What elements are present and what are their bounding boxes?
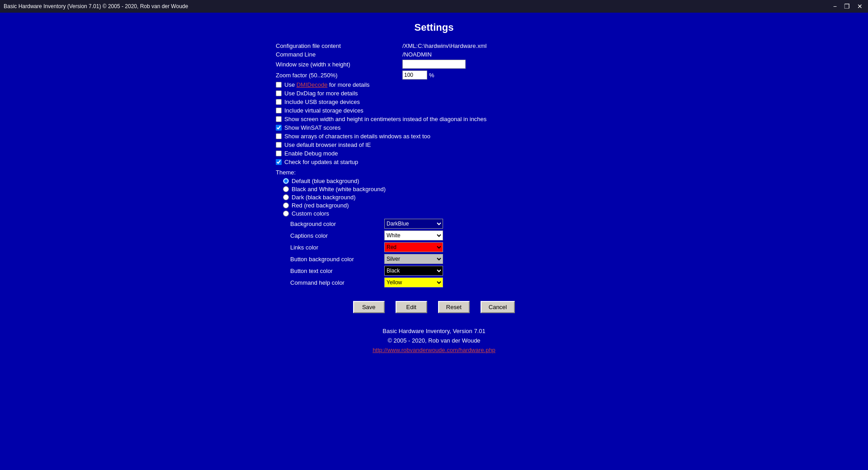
checkbox-browser-input[interactable] <box>276 142 282 148</box>
zoom-label: Zoom factor (50..250%) <box>276 72 402 79</box>
main-content: Settings Configuration file content /XML… <box>0 13 868 364</box>
radio-red: Red (red background) <box>283 202 592 209</box>
captions-color-label: Captions color <box>290 232 381 239</box>
checkbox-usb: Include USB storage devices <box>276 99 592 105</box>
config-file-row: Configuration file content /XML:C:\hardw… <box>276 42 592 49</box>
button-text-color-select[interactable]: Black White Red Yellow <box>384 266 443 276</box>
footer: Basic Hardware Inventory, Version 7.01 ©… <box>276 327 592 355</box>
checkbox-arrays-label: Show arrays of characters in details win… <box>284 133 430 140</box>
config-file-label: Configuration file content <box>276 42 402 49</box>
buttons-row: Save Edit Reset Cancel <box>276 301 592 313</box>
window-size-row: Window size (width x height) <box>276 60 592 69</box>
zoom-row: Zoom factor (50..250%) % <box>276 70 592 80</box>
radio-bw-label: Black and White (white background) <box>292 186 386 193</box>
button-bg-color-row: Button background color Silver White Gra… <box>290 254 592 264</box>
captions-color-row: Captions color White Black Yellow Silver… <box>290 230 592 240</box>
footer-line2: © 2005 - 2020, Rob van der Woude <box>276 336 592 346</box>
checkbox-virtual-input[interactable] <box>276 108 282 113</box>
checkbox-winsat: Show WinSAT scores <box>276 124 592 131</box>
checkbox-dxdiag-label: Use DxDiag for more details <box>284 90 358 97</box>
zoom-input[interactable] <box>402 70 427 80</box>
radio-dark: Dark (black background) <box>283 194 592 201</box>
theme-label: Theme: <box>276 169 592 176</box>
radio-red-label: Red (red background) <box>292 202 349 209</box>
button-text-color-row: Button text color Black White Red Yellow <box>290 266 592 276</box>
checkbox-usb-input[interactable] <box>276 99 282 105</box>
checkbox-dxdiag: Use DxDiag for more details <box>276 90 592 97</box>
radio-default-label: Default (blue background) <box>292 178 359 184</box>
titlebar-title: Basic Hardware Inventory (Version 7.01) … <box>4 3 188 9</box>
checkbox-virtual: Include virtual storage devices <box>276 107 592 114</box>
checkbox-browser: Use default browser instead of IE <box>276 141 592 148</box>
checkbox-debug-label: Enable Debug mode <box>284 150 338 157</box>
button-bg-color-label: Button background color <box>290 256 381 263</box>
bg-color-row: Background color DarkBlue Black White Si… <box>290 219 592 229</box>
cmd-help-color-label: Command help color <box>290 279 381 286</box>
checkbox-dmi: Use DMIDecode for more details <box>276 81 592 88</box>
titlebar: Basic Hardware Inventory (Version 7.01) … <box>0 0 868 13</box>
dmidecode-link[interactable]: DMIDecode <box>297 81 328 88</box>
titlebar-controls: − ❐ ✕ <box>831 3 864 10</box>
config-file-value: /XML:C:\hardwinv\Hardware.xml <box>402 42 486 49</box>
close-button[interactable]: ✕ <box>855 3 864 10</box>
bg-color-label: Background color <box>290 221 381 227</box>
checkbox-winsat-label: Show WinSAT scores <box>284 124 341 131</box>
captions-color-select[interactable]: White Black Yellow Silver Red <box>384 230 443 240</box>
radio-dark-label: Dark (black background) <box>292 194 356 201</box>
radio-custom-input[interactable] <box>283 211 289 216</box>
zoom-percent: % <box>429 72 434 79</box>
checkbox-debug: Enable Debug mode <box>276 150 592 157</box>
command-line-value: /NOADMIN <box>402 51 432 58</box>
checkbox-winsat-input[interactable] <box>276 125 282 131</box>
radio-red-input[interactable] <box>283 202 289 208</box>
checkbox-updates: Check for updates at startup <box>276 159 592 165</box>
minimize-button[interactable]: − <box>831 3 839 10</box>
links-color-row: Links color Red Yellow White Black Blue <box>290 242 592 252</box>
checkbox-updates-label: Check for updates at startup <box>284 159 358 165</box>
checkbox-screen-label: Show screen width and height in centimet… <box>284 116 486 122</box>
command-line-row: Command Line /NOADMIN <box>276 51 592 58</box>
checkbox-dmi-label: Use DMIDecode for more details <box>284 81 370 88</box>
save-button[interactable]: Save <box>353 301 385 313</box>
radio-bw: Black and White (white background) <box>283 186 592 193</box>
checkbox-virtual-label: Include virtual storage devices <box>284 107 363 114</box>
radio-default: Default (blue background) <box>283 178 592 184</box>
checkbox-dmi-input[interactable] <box>276 82 282 88</box>
checkbox-dxdiag-input[interactable] <box>276 90 282 96</box>
restore-button[interactable]: ❐ <box>842 3 852 10</box>
bg-color-select[interactable]: DarkBlue Black White Silver Red Yellow <box>384 219 443 229</box>
links-color-select[interactable]: Red Yellow White Black Blue <box>384 242 443 252</box>
checkbox-screen-input[interactable] <box>276 116 282 122</box>
checkbox-updates-input[interactable] <box>276 159 282 165</box>
links-color-label: Links color <box>290 244 381 251</box>
button-bg-color-select[interactable]: Silver White Gray Black DarkBlue <box>384 254 443 264</box>
radio-custom-label: Custom colors <box>292 210 329 217</box>
edit-button[interactable]: Edit <box>396 301 427 313</box>
page-title: Settings <box>415 22 454 33</box>
radio-custom: Custom colors <box>283 210 592 217</box>
checkbox-arrays: Show arrays of characters in details win… <box>276 133 592 140</box>
footer-link[interactable]: http://www.robvanderwoude.com/hardware.p… <box>373 347 495 353</box>
window-size-label: Window size (width x height) <box>276 61 402 68</box>
cancel-button[interactable]: Cancel <box>481 301 515 313</box>
cmd-help-color-row: Command help color Yellow White Red Blac… <box>290 277 592 287</box>
radio-dark-input[interactable] <box>283 194 289 200</box>
window-size-input[interactable] <box>402 60 466 69</box>
reset-button[interactable]: Reset <box>438 301 470 313</box>
button-text-color-label: Button text color <box>290 268 381 274</box>
checkbox-debug-input[interactable] <box>276 150 282 156</box>
checkbox-arrays-input[interactable] <box>276 133 282 139</box>
cmd-help-color-select[interactable]: Yellow White Red Black Silver <box>384 277 443 287</box>
radio-default-input[interactable] <box>283 178 289 184</box>
radio-bw-input[interactable] <box>283 186 289 192</box>
command-line-label: Command Line <box>276 51 402 58</box>
checkbox-usb-label: Include USB storage devices <box>284 99 360 105</box>
checkbox-screen: Show screen width and height in centimet… <box>276 116 592 122</box>
color-settings: Background color DarkBlue Black White Si… <box>290 219 592 287</box>
checkbox-browser-label: Use default browser instead of IE <box>284 141 371 148</box>
settings-container: Configuration file content /XML:C:\hardw… <box>276 42 592 355</box>
footer-line1: Basic Hardware Inventory, Version 7.01 <box>276 327 592 336</box>
